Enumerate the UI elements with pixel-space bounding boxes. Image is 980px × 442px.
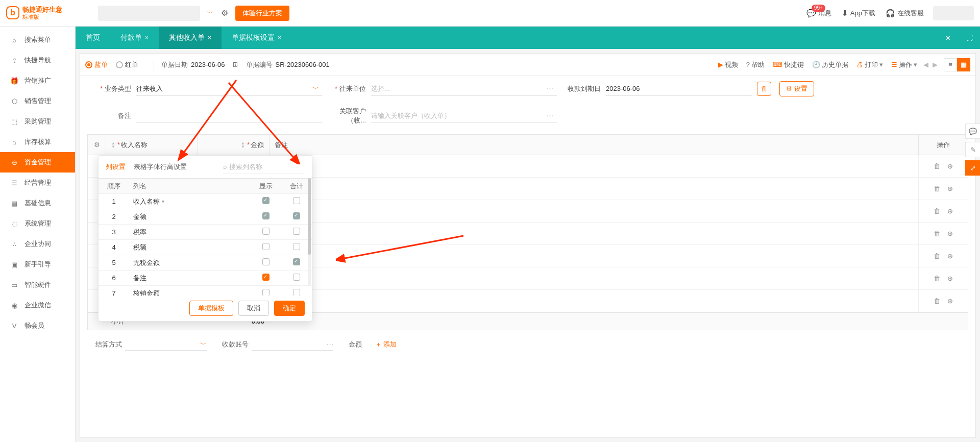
tab[interactable]: 其他收入单× bbox=[159, 27, 222, 49]
related-customer-input[interactable]: 请输入关联客户（收入单）⋯ bbox=[371, 109, 557, 123]
settings-icon[interactable]: ⚙ bbox=[221, 8, 228, 18]
sidebar-item[interactable]: 🎁营销推广 bbox=[0, 70, 75, 91]
sidebar-item[interactable]: ⌂库存核算 bbox=[0, 132, 75, 152]
tab-fullscreen[interactable]: ⛶ bbox=[959, 27, 980, 49]
th-name[interactable]: ▲▼*收入名称 bbox=[106, 135, 198, 155]
delete-row-icon[interactable]: 🗑 bbox=[934, 207, 940, 215]
paymode-select[interactable]: ﹀ bbox=[125, 338, 207, 351]
add-row-icon[interactable]: ⊕ bbox=[947, 275, 953, 282]
calendar-icon[interactable]: 🗓 bbox=[232, 61, 239, 68]
settings-button[interactable]: ⚙ 设置 bbox=[779, 81, 814, 96]
sidebar-item[interactable]: ◉企业微信 bbox=[0, 295, 75, 315]
add-row-icon[interactable]: ⊕ bbox=[947, 185, 953, 192]
template-button[interactable]: 单据模板 bbox=[189, 301, 233, 316]
print-link[interactable]: 🖨打印▾ bbox=[856, 60, 883, 69]
shortcut-link[interactable]: ⌨快捷键 bbox=[773, 60, 804, 69]
sidebar-item[interactable]: ⌕搜索菜单 bbox=[0, 30, 75, 50]
sidebar-item[interactable]: ▣新手引导 bbox=[0, 254, 75, 275]
view-list[interactable]: ≡ bbox=[944, 58, 957, 71]
delete-row-icon[interactable]: 🗑 bbox=[934, 185, 940, 192]
add-row-icon[interactable]: ⊕ bbox=[947, 252, 953, 260]
pop-search-input[interactable]: ⌕ 搜索列名称 bbox=[223, 160, 305, 174]
video-link[interactable]: ▶视频 bbox=[718, 60, 738, 69]
th-amount[interactable]: ▲▼*金额 bbox=[198, 135, 270, 155]
prev-doc[interactable]: ◀ bbox=[923, 61, 928, 68]
due-date-input[interactable]: 2023-06-06 bbox=[606, 82, 752, 96]
sidebar-item[interactable]: ◌系统管理 bbox=[0, 213, 75, 234]
org-selector[interactable] bbox=[98, 6, 200, 21]
display-checkbox[interactable] bbox=[262, 243, 270, 250]
sum-checkbox[interactable] bbox=[293, 243, 300, 250]
tab[interactable]: 付款单× bbox=[110, 27, 159, 49]
org-caret-icon[interactable]: ﹀ bbox=[207, 9, 214, 18]
sidebar-item[interactable]: ⬡销售管理 bbox=[0, 91, 75, 111]
th-remark[interactable]: 备注 bbox=[270, 135, 919, 155]
next-doc[interactable]: ▶ bbox=[933, 61, 938, 68]
tab[interactable]: 首页 bbox=[76, 27, 110, 49]
doc-date-value[interactable]: 2023-06-06 bbox=[191, 61, 225, 68]
history-icon: 🕘 bbox=[812, 61, 820, 68]
app-download-link[interactable]: ⬇ App下载 bbox=[842, 9, 875, 18]
delete-row-icon[interactable]: 🗑 bbox=[934, 162, 940, 170]
cancel-button[interactable]: 取消 bbox=[238, 301, 269, 316]
column-settings-gear[interactable]: ⚙ bbox=[88, 135, 106, 155]
sum-checkbox[interactable] bbox=[293, 212, 300, 219]
sum-checkbox[interactable] bbox=[293, 228, 300, 235]
messages-link[interactable]: 💬 消息 99+ bbox=[806, 9, 831, 18]
biz-type-select[interactable]: 往来收入﹀ bbox=[136, 82, 322, 96]
add-settlement-button[interactable]: ＋添加 bbox=[375, 340, 397, 349]
help-link[interactable]: ?帮助 bbox=[746, 60, 765, 69]
calendar-button[interactable]: 🗓 bbox=[757, 82, 771, 96]
sidebar-item[interactable]: ▭智能硬件 bbox=[0, 275, 75, 295]
tab-close-all[interactable]: ✕ bbox=[937, 27, 959, 49]
display-checkbox[interactable] bbox=[262, 274, 270, 281]
sum-checkbox[interactable] bbox=[293, 289, 300, 296]
sidebar-item[interactable]: ☰经营管理 bbox=[0, 173, 75, 193]
tab[interactable]: 单据模板设置× bbox=[222, 27, 291, 49]
view-card[interactable]: ▦ bbox=[957, 58, 970, 71]
sidebar-item[interactable]: ⊖资金管理 bbox=[0, 152, 75, 173]
radio-red[interactable]: 红单 bbox=[116, 60, 138, 69]
sum-checkbox[interactable] bbox=[293, 274, 300, 281]
display-checkbox[interactable] bbox=[262, 258, 270, 265]
account-select[interactable]: ⋯ bbox=[252, 338, 333, 351]
cta-button[interactable]: 体验行业方案 bbox=[235, 6, 289, 21]
add-row-icon[interactable]: ⊕ bbox=[947, 162, 953, 170]
sum-checkbox[interactable] bbox=[293, 258, 300, 265]
display-checkbox[interactable] bbox=[262, 228, 270, 235]
add-row-icon[interactable]: ⊕ bbox=[947, 230, 953, 237]
delete-row-icon[interactable]: 🗑 bbox=[934, 252, 940, 260]
add-row-icon[interactable]: ⊕ bbox=[947, 207, 953, 215]
sidebar-item[interactable]: V畅会员 bbox=[0, 315, 75, 336]
display-checkbox[interactable] bbox=[262, 212, 270, 219]
sidebar-item[interactable]: ⇪快捷导航 bbox=[0, 50, 75, 70]
party-select[interactable]: 选择...⋯ bbox=[371, 82, 557, 96]
pop-tab-columns[interactable]: 列设置 bbox=[106, 162, 126, 171]
history-link[interactable]: 🕘历史单据 bbox=[812, 60, 848, 69]
delete-row-icon[interactable]: 🗑 bbox=[934, 230, 940, 237]
pop-scrollbar[interactable] bbox=[308, 178, 311, 285]
confirm-button[interactable]: 确定 bbox=[274, 301, 305, 316]
remark-input[interactable] bbox=[136, 109, 322, 123]
sidebar-item[interactable]: ⛬企业协同 bbox=[0, 234, 75, 254]
sidebar-item[interactable]: ⬚采购管理 bbox=[0, 111, 75, 132]
sidebar-item[interactable]: ▤基础信息 bbox=[0, 193, 75, 213]
support-link[interactable]: 🎧 在线客服 bbox=[886, 9, 924, 18]
sum-checkbox[interactable] bbox=[293, 197, 300, 204]
display-checkbox[interactable] bbox=[262, 289, 270, 296]
radio-blue[interactable]: 蓝单 bbox=[85, 60, 108, 69]
close-icon[interactable]: × bbox=[208, 34, 211, 41]
close-icon[interactable]: × bbox=[278, 34, 281, 41]
user-avatar[interactable] bbox=[933, 6, 974, 20]
delete-row-icon[interactable]: 🗑 bbox=[934, 297, 940, 305]
pop-tab-font[interactable]: 表格字体行高设置 bbox=[134, 162, 187, 171]
rail-expand-icon[interactable]: ⤢ bbox=[965, 160, 980, 176]
add-row-icon[interactable]: ⊕ bbox=[947, 297, 953, 305]
ops-link[interactable]: ☰操作▾ bbox=[891, 60, 917, 69]
settle-amount-label: 金额 bbox=[349, 340, 362, 349]
rail-chat-icon[interactable]: 💬 bbox=[965, 124, 980, 139]
display-checkbox[interactable] bbox=[262, 197, 270, 204]
close-icon[interactable]: × bbox=[145, 34, 149, 41]
rail-edit-icon[interactable]: ✎ bbox=[965, 142, 980, 157]
delete-row-icon[interactable]: 🗑 bbox=[934, 275, 940, 282]
